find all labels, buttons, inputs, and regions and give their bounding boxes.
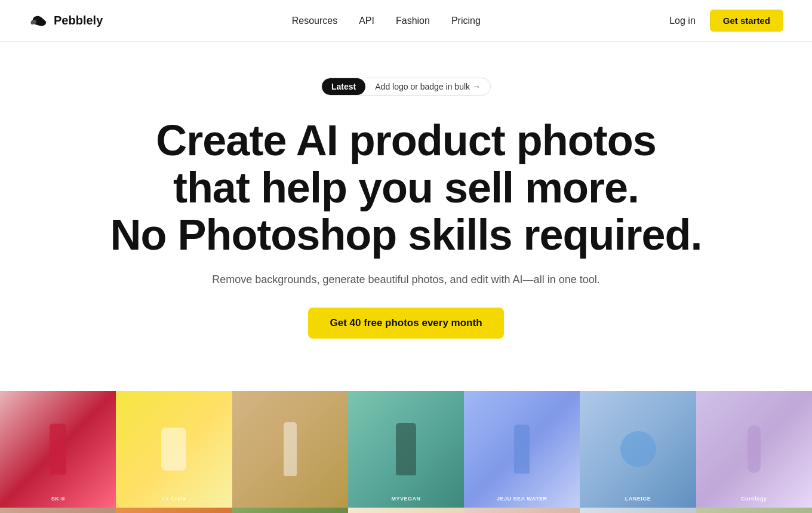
product-image-pendant-model xyxy=(464,508,580,513)
badge-link[interactable]: Add logo or badge in bulk → xyxy=(365,78,490,95)
product-image-unbottled: unbottled xyxy=(232,508,348,513)
hero-title-line3: No Photoshop skills required. xyxy=(110,211,702,259)
product-image-laneige: LANEIGE xyxy=(580,391,696,508)
product-image-serum xyxy=(232,391,348,508)
nav-pricing[interactable]: Pricing xyxy=(451,16,481,26)
nav-fashion[interactable]: Fashion xyxy=(396,16,430,26)
product-image-ring xyxy=(348,508,464,513)
product-image-necklace xyxy=(0,508,116,513)
hero-subtitle: Remove backgrounds, generate beautiful p… xyxy=(29,274,783,286)
badge-latest-label: Latest xyxy=(322,78,365,95)
product-image-mate: mate xyxy=(696,508,812,513)
product-image-chair xyxy=(580,508,696,513)
hero-cta-button[interactable]: Get 40 free photos every month xyxy=(308,308,503,339)
product-image-jeju: JEJU SEA WATER xyxy=(464,391,580,508)
login-link[interactable]: Log in xyxy=(669,16,696,26)
image-row-1: SK-II La Croix MYVEGAN JEJU SEA WATER LA… xyxy=(0,391,812,508)
product-image-myvegan: MYVEGAN xyxy=(348,391,464,508)
navbar: Pebblely Resources API Fashion Pricing L… xyxy=(0,0,812,42)
hero-section: Latest Add logo or badge in bulk → Creat… xyxy=(0,42,812,363)
hero-title-line1: Create AI product photos xyxy=(156,116,656,164)
product-image-skii: SK-II xyxy=(0,391,116,508)
product-image-probiotic: Probiotic Bites xyxy=(116,508,232,513)
product-image-grid: SK-II La Croix MYVEGAN JEJU SEA WATER LA… xyxy=(0,391,812,513)
brand-name: Pebblely xyxy=(54,14,103,27)
hero-title: Create AI product photos that help you s… xyxy=(29,117,783,259)
nav-api[interactable]: API xyxy=(359,16,374,26)
hero-badge: Latest Add logo or badge in bulk → xyxy=(321,78,491,96)
nav-cta-group: Log in Get started xyxy=(669,10,783,32)
get-started-button[interactable]: Get started xyxy=(710,10,783,32)
logo-link[interactable]: Pebblely xyxy=(29,14,103,27)
image-row-2: Probiotic Bites unbottled mate xyxy=(0,508,812,513)
product-image-lacroix: La Croix xyxy=(116,391,232,508)
nav-resources[interactable]: Resources xyxy=(292,16,337,26)
logo-icon xyxy=(29,14,48,27)
product-image-curology: Curology xyxy=(696,391,812,508)
hero-title-line2: that help you sell more. xyxy=(173,164,639,211)
nav-links: Resources API Fashion Pricing xyxy=(292,16,481,26)
